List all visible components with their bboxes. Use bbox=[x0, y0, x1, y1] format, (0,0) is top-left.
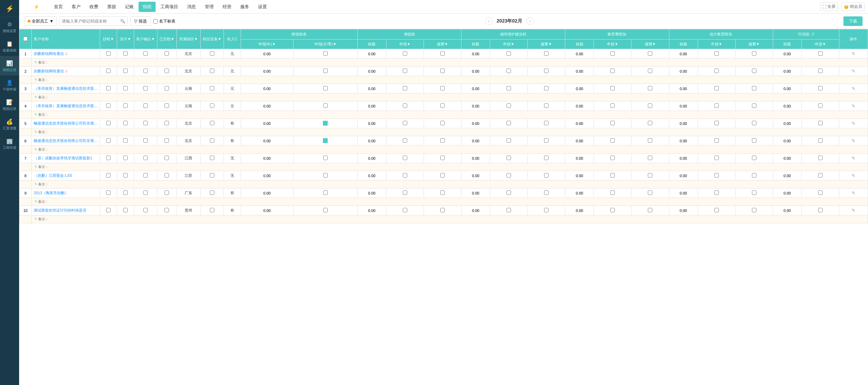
tax-copy-checkbox[interactable] bbox=[106, 156, 111, 160]
stamp-declare-checkbox[interactable] bbox=[818, 86, 823, 90]
vat-declare-checkbox[interactable] bbox=[403, 103, 407, 108]
next-month-button[interactable]: › bbox=[526, 17, 534, 25]
vat-pay-checkbox[interactable] bbox=[440, 69, 445, 73]
edit-icon[interactable]: ✎ bbox=[852, 103, 855, 109]
clear-card-checkbox[interactable] bbox=[123, 51, 128, 56]
city-declare-checkbox[interactable] bbox=[507, 69, 511, 73]
tax-copy-checkbox[interactable] bbox=[106, 51, 111, 56]
nav-billing[interactable]: 收费 bbox=[85, 2, 102, 12]
vat-pay-checkbox[interactable] bbox=[440, 208, 445, 212]
city-declare-checkbox[interactable] bbox=[507, 173, 511, 177]
name-table-checkbox[interactable] bbox=[153, 19, 158, 24]
clear-card-checkbox[interactable] bbox=[123, 121, 128, 125]
local-declare-checkbox[interactable] bbox=[714, 86, 719, 90]
city-declare-checkbox[interactable] bbox=[507, 121, 511, 125]
vat-pay-checkbox[interactable] bbox=[440, 156, 445, 160]
declared-checkbox[interactable] bbox=[165, 190, 169, 195]
nav-customer[interactable]: 客户 bbox=[68, 2, 85, 12]
edu-declare-checkbox[interactable] bbox=[610, 138, 615, 143]
city-pay-checkbox[interactable] bbox=[544, 51, 549, 56]
vat-declare-checkbox[interactable] bbox=[403, 138, 407, 143]
edit-icon[interactable]: ✎ bbox=[852, 208, 855, 213]
row-customer-name[interactable]: 畅捷通信息技术股份有限公司民非测试 ⚠ bbox=[32, 119, 100, 128]
declared-checkbox[interactable] bbox=[165, 51, 169, 56]
confirm-checkbox[interactable] bbox=[143, 173, 148, 177]
city-declare-checkbox[interactable] bbox=[507, 86, 511, 90]
city-declare-checkbox[interactable] bbox=[507, 190, 511, 195]
local-pay-checkbox[interactable] bbox=[752, 156, 756, 160]
nav-business[interactable]: 工商项目 bbox=[156, 2, 182, 12]
local-declare-checkbox[interactable] bbox=[714, 190, 719, 195]
stamp-declare-checkbox[interactable] bbox=[818, 121, 823, 125]
vat-declare-checkbox[interactable] bbox=[403, 69, 407, 73]
local-pay-checkbox[interactable] bbox=[752, 51, 756, 56]
local-declare-checkbox[interactable] bbox=[714, 208, 719, 212]
monthly-checkbox[interactable] bbox=[323, 86, 328, 90]
monthly-checkbox[interactable] bbox=[323, 69, 328, 73]
edu-declare-checkbox[interactable] bbox=[610, 173, 615, 177]
local-pay-checkbox[interactable] bbox=[752, 208, 756, 212]
confirm-checkbox[interactable] bbox=[143, 121, 148, 125]
stamp-declare-checkbox[interactable] bbox=[818, 69, 823, 73]
row-customer-name[interactable]: 勿删新锐网络通信 ⚠ bbox=[32, 49, 100, 59]
vat-pay-checkbox[interactable] bbox=[440, 190, 445, 195]
clear-card-checkbox[interactable] bbox=[123, 138, 128, 143]
local-pay-checkbox[interactable] bbox=[752, 103, 756, 108]
tax-equip-checkbox[interactable] bbox=[210, 121, 214, 125]
confirm-checkbox[interactable] bbox=[143, 69, 148, 73]
employee-filter-select[interactable]: 全部员工 ▼ bbox=[25, 16, 57, 26]
nav-home[interactable]: 首页 bbox=[50, 2, 67, 12]
tax-equip-checkbox[interactable] bbox=[210, 190, 214, 195]
city-pay-checkbox[interactable] bbox=[544, 173, 549, 177]
edit-icon[interactable]: ✎ bbox=[852, 156, 855, 161]
tax-copy-checkbox[interactable] bbox=[106, 190, 111, 195]
edit-icon[interactable]: ✎ bbox=[852, 173, 855, 178]
tax-copy-checkbox[interactable] bbox=[106, 103, 111, 108]
tax-copy-checkbox[interactable] bbox=[106, 69, 111, 73]
tax-equip-checkbox[interactable] bbox=[210, 138, 214, 143]
tax-equip-checkbox[interactable] bbox=[210, 173, 214, 177]
edit-icon[interactable]: ✎ bbox=[852, 51, 855, 56]
stamp-declare-checkbox[interactable] bbox=[818, 173, 823, 177]
vat-pay-checkbox[interactable] bbox=[440, 86, 445, 90]
select-all-checkbox[interactable] bbox=[23, 37, 28, 41]
name-table-checkbox-label[interactable]: 名下标表 bbox=[153, 18, 175, 24]
edit-icon[interactable]: ✎ bbox=[852, 190, 855, 196]
confirm-checkbox[interactable] bbox=[143, 51, 148, 56]
edu-pay-checkbox[interactable] bbox=[648, 138, 652, 143]
edit-icon[interactable]: ✎ bbox=[852, 86, 855, 91]
tax-copy-checkbox[interactable] bbox=[106, 173, 111, 177]
edit-icon[interactable]: ✎ bbox=[852, 121, 855, 126]
edu-pay-checkbox[interactable] bbox=[648, 190, 652, 195]
city-pay-checkbox[interactable] bbox=[544, 156, 549, 160]
vat-declare-checkbox[interactable] bbox=[403, 208, 407, 212]
clear-card-checkbox[interactable] bbox=[123, 86, 128, 90]
tax-equip-checkbox[interactable] bbox=[210, 208, 214, 212]
confirm-checkbox[interactable] bbox=[143, 190, 148, 195]
declared-checkbox[interactable] bbox=[165, 86, 169, 90]
edu-pay-checkbox[interactable] bbox=[648, 51, 652, 56]
nav-service[interactable]: 服务 bbox=[236, 2, 253, 12]
stamp-declare-checkbox[interactable] bbox=[818, 103, 823, 108]
row-customer-name[interactable]: 畅捷通信息技术股份有限公司民非测试 ⚠ bbox=[32, 136, 100, 146]
declared-checkbox[interactable] bbox=[165, 156, 169, 160]
edu-pay-checkbox[interactable] bbox=[648, 69, 652, 73]
sidebar-item-batch-tax[interactable]: 📋 批量报税 bbox=[0, 37, 19, 56]
edu-pay-checkbox[interactable] bbox=[648, 121, 652, 125]
confirm-checkbox[interactable] bbox=[143, 138, 148, 143]
clear-card-checkbox[interactable] bbox=[123, 190, 128, 195]
city-pay-checkbox[interactable] bbox=[544, 121, 549, 125]
tax-copy-checkbox[interactable] bbox=[106, 86, 111, 90]
sidebar-item-personal-tax[interactable]: 👤 个税申报 bbox=[0, 75, 19, 95]
nav-messages[interactable]: 消息 bbox=[183, 2, 200, 12]
sidebar-item-tax-overview[interactable]: 📊 报税总览 bbox=[0, 56, 19, 75]
row-customer-name[interactable]: 勿删新锐网络通信 ⚠ bbox=[32, 67, 100, 76]
member-button[interactable]: 👑 稻会员 bbox=[841, 2, 865, 11]
tax-equip-checkbox[interactable] bbox=[210, 103, 214, 108]
fullscreen-button[interactable]: ⛶ 全屏 bbox=[820, 2, 838, 11]
tax-equip-checkbox[interactable] bbox=[210, 156, 214, 160]
city-declare-checkbox[interactable] bbox=[507, 138, 511, 143]
filter-button[interactable]: ▽ 筛选 bbox=[130, 16, 151, 26]
city-pay-checkbox[interactable] bbox=[544, 69, 549, 73]
row-customer-name[interactable]: 测试斯套的凭证打印的时候是否 bbox=[32, 206, 100, 215]
